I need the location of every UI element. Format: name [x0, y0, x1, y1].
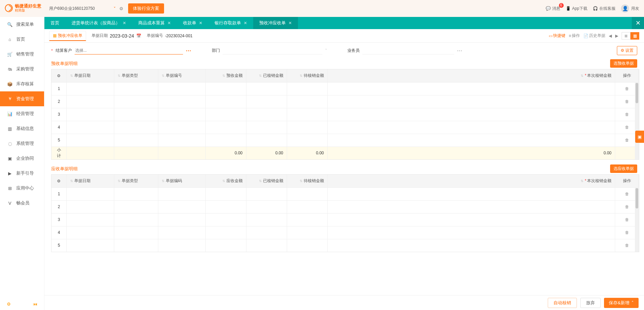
sidebar-item-basedata[interactable]: ▥基础信息 — [0, 121, 44, 136]
col-gear[interactable]: ⚙ — [52, 69, 66, 82]
table-row[interactable]: 2🗑 — [52, 200, 639, 213]
table-row[interactable]: 5🗑 — [52, 134, 639, 147]
col-this[interactable]: ⇅本次核销金额 — [327, 69, 615, 82]
col-type[interactable]: ⇅单据类型 — [114, 69, 158, 82]
col-type[interactable]: ⇅单据类型 — [114, 175, 158, 187]
chevron-down-icon[interactable]: ˅ — [325, 48, 327, 53]
doc-date-value[interactable]: 2023-03-24 — [110, 33, 134, 39]
calendar-icon[interactable]: 📅 — [136, 34, 141, 38]
settings-gear-icon[interactable]: ⚙ — [7, 302, 11, 307]
delete-icon[interactable]: 🗑 — [625, 112, 629, 117]
sidebar-item-purchase[interactable]: 🛍采购管理 — [0, 62, 44, 76]
collapse-icon[interactable]: ⏮ — [33, 302, 37, 307]
shortcut-link[interactable]: ▭快捷键 — [549, 33, 565, 39]
tab-bank[interactable]: 银行存取款单✕ — [208, 17, 253, 29]
sidebar-item-search[interactable]: 🔍搜索菜单 — [0, 17, 44, 32]
sidebar-item-collab[interactable]: ▣企业协同 — [0, 151, 44, 166]
app-download-link[interactable]: 📱 App下载 — [566, 6, 587, 12]
save-and-new-button[interactable]: 保存&新增˄ — [604, 298, 639, 308]
table-row[interactable]: 1🗑 — [52, 82, 639, 95]
doc-date-field: 单据日期 2023-03-24 📅 — [92, 33, 141, 39]
operate-link[interactable]: ≡操作 — [569, 33, 580, 39]
select-prepay-button[interactable]: 选预收单据 — [610, 59, 637, 68]
scrollbar[interactable] — [635, 187, 639, 252]
tab-close-icon[interactable]: ✕ — [167, 21, 171, 25]
staff-lookup-icon[interactable]: ⋯ — [457, 47, 463, 54]
next-doc[interactable]: ▶ — [615, 34, 618, 38]
delete-icon[interactable]: 🗑 — [625, 243, 629, 248]
enterprise-selector[interactable]: 用户690企业1660120750 ˅ ⚙ — [49, 6, 123, 12]
sidebar-item-funds[interactable]: ￥资金管理 — [0, 91, 44, 106]
customer-input[interactable] — [75, 47, 183, 54]
col-settled[interactable]: ⇅已核销金额 — [246, 175, 287, 187]
delete-icon[interactable]: 🗑 — [625, 138, 629, 142]
tab-prepay-offset[interactable]: 预收冲应收单✕ — [253, 17, 298, 29]
right-drawer-toggle[interactable]: ▣ — [635, 131, 644, 143]
delete-icon[interactable]: 🗑 — [625, 86, 629, 91]
sidebar-item-inventory[interactable]: 📦库存核算 — [0, 76, 44, 91]
delete-icon[interactable]: 🗑 — [625, 230, 629, 235]
col-code[interactable]: ⇅单据编号 — [158, 69, 205, 82]
table-row[interactable]: 3🗑 — [52, 213, 639, 226]
customer-lookup-icon[interactable]: ⋯ — [186, 47, 192, 54]
messages-link[interactable]: 💬 消息 6 — [546, 6, 560, 12]
sidebar-item-system[interactable]: ◌系统管理 — [0, 136, 44, 151]
delete-icon[interactable]: 🗑 — [625, 204, 629, 209]
sidebar-item-operation[interactable]: 📊经营管理 — [0, 106, 44, 121]
tab-cost-recalc[interactable]: 商品成本重算✕ — [132, 17, 177, 29]
settings-button[interactable]: ⚙ 设置 — [617, 46, 637, 55]
staff-select[interactable] — [362, 47, 454, 54]
user-menu[interactable]: 👤 用友 — [621, 4, 639, 13]
headset-icon: 🎧 — [593, 6, 598, 11]
table-row[interactable]: 3🗑 — [52, 108, 639, 121]
view-list-button[interactable]: ≣ — [622, 32, 630, 40]
sidebar-item-guide[interactable]: ▶新手引导 — [0, 166, 44, 181]
enterprise-gear-icon[interactable]: ⚙ — [119, 6, 123, 11]
tab-receipt[interactable]: 收款单✕ — [177, 17, 208, 29]
col-amt[interactable]: ⇅应收金额 — [205, 175, 246, 187]
close-all-tabs[interactable]: ✕ — [632, 17, 644, 29]
discard-button[interactable]: 放弃 — [580, 298, 601, 308]
col-this[interactable]: ⇅本次核销金额 — [327, 175, 615, 187]
dept-select[interactable] — [223, 47, 322, 54]
sidebar-item-vip[interactable]: V畅会员 — [0, 196, 44, 211]
delete-icon[interactable]: 🗑 — [625, 217, 629, 222]
table-row[interactable]: 5🗑 — [52, 239, 639, 252]
delete-icon[interactable]: 🗑 — [625, 99, 629, 104]
col-gear[interactable]: ⚙ — [52, 175, 66, 187]
sidebar-item-sales[interactable]: 🛒销售管理 — [0, 47, 44, 62]
view-detail-button[interactable]: ▦ — [630, 32, 639, 40]
delete-icon[interactable]: 🗑 — [625, 192, 629, 196]
col-pending[interactable]: ⇅待核销金额 — [287, 175, 327, 187]
col-date[interactable]: ⇅单据日期 — [66, 175, 114, 187]
tab-close-icon[interactable]: ✕ — [123, 21, 126, 25]
col-settled[interactable]: ⇅已核销金额 — [246, 69, 287, 82]
delete-icon[interactable]: 🗑 — [625, 125, 629, 130]
sidebar-item-apps[interactable]: ⊞应用中心 — [0, 181, 44, 196]
customer-service-link[interactable]: 🎧 在线客服 — [593, 6, 616, 12]
select-receivable-button[interactable]: 选应收单据 — [610, 164, 637, 173]
sidebar-item-home[interactable]: ⌂首页 — [0, 32, 44, 47]
col-amt[interactable]: ⇅预收金额 — [205, 69, 246, 82]
tab-purchase-report[interactable]: 进货单统计表（按商品）✕ — [65, 17, 132, 29]
table-row[interactable]: 1🗑 — [52, 187, 639, 200]
table-row[interactable]: 2🗑 — [52, 95, 639, 108]
col-code[interactable]: ⇅单据编码 — [158, 175, 205, 187]
col-pending[interactable]: ⇅待核销金额 — [287, 69, 327, 82]
table-row[interactable]: 4🗑 — [52, 121, 639, 134]
scrollbar[interactable] — [635, 82, 639, 159]
prev-doc[interactable]: ◀ — [609, 34, 612, 38]
chevron-down-icon[interactable]: ˅ — [114, 6, 116, 11]
tab-close-icon[interactable]: ✕ — [288, 21, 292, 25]
col-date[interactable]: ⇅单据日期 — [66, 69, 114, 82]
document-icon: ▦ — [53, 33, 57, 38]
view-toggle: ≣ ▦ — [622, 32, 639, 40]
history-link[interactable]: 📄历史单据 — [583, 33, 605, 39]
auto-settle-button[interactable]: 自动核销 — [548, 298, 577, 308]
sidebar-bottom: ⚙ ⏮ — [0, 298, 44, 310]
table-row[interactable]: 4🗑 — [52, 226, 639, 239]
tab-home[interactable]: 首页 — [44, 17, 65, 29]
tab-close-icon[interactable]: ✕ — [244, 21, 247, 25]
tab-close-icon[interactable]: ✕ — [199, 21, 202, 25]
trial-button[interactable]: 体验行业方案 — [128, 3, 164, 14]
